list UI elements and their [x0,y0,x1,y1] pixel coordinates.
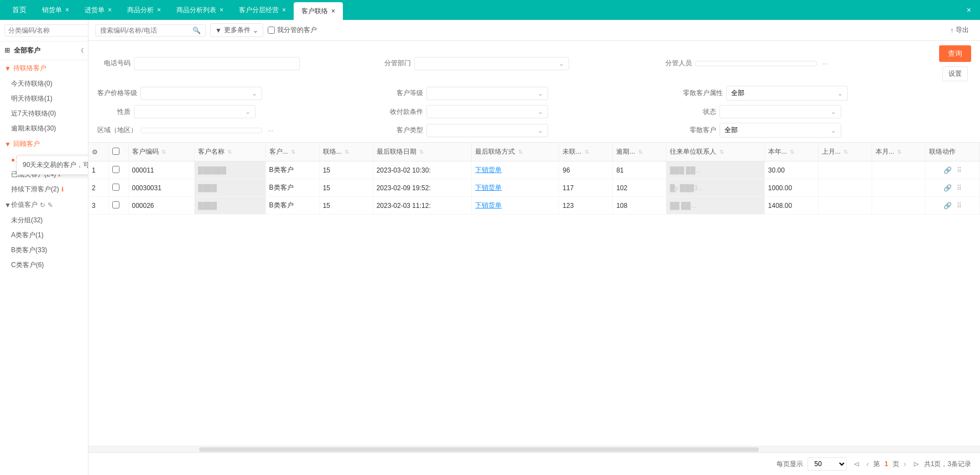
row-checkbox-0[interactable] [112,166,119,173]
retail-select[interactable]: 全部 ⌄ [720,123,841,138]
row-action-0[interactable]: 🔗 ⠿ [925,161,979,179]
sidebar-collapse-icon[interactable]: 《 [78,47,84,55]
first-page-btn[interactable]: ⊲ [851,458,862,469]
action-link-icon-1[interactable]: 🔗 [943,184,952,192]
customer-type-select[interactable]: ⌄ [426,124,548,137]
sort-tmonth-icon[interactable]: ⇅ [897,149,901,155]
sidebar-search-input[interactable] [4,24,88,36]
sort-overdue-icon[interactable]: ⇅ [638,149,643,155]
row-check-0 [108,161,128,179]
th-last-date: 最后联络日期 ⇅ [373,143,472,161]
close-tab-2-icon[interactable]: × [108,6,112,14]
table-row: 2 00030031 ████ B类客户 15 2023-02-09 19:52… [88,179,980,197]
sort-type-icon[interactable]: ⇅ [291,149,295,155]
filter-payment: 收付款条件 ⌄ [390,105,678,118]
filter-region: 区域（地区） ··· [97,126,385,135]
sort-unit-icon[interactable]: ⇅ [720,149,724,155]
nav-tab-3[interactable]: 商品分析 × [119,0,169,20]
next-page-btn[interactable]: › [901,458,909,469]
refresh-icon[interactable]: ↻ [40,201,45,209]
settings-button[interactable]: 设置 [942,66,968,81]
row-annual-1: 1000.00 [764,179,818,197]
edit-icon[interactable]: ✎ [48,201,53,209]
nav-tab-6[interactable]: 客户联络 × [294,2,343,20]
search-submit-icon[interactable]: 🔍 [192,27,201,34]
sidebar-item-7days[interactable]: 近7天待联络(0) [0,106,88,121]
close-tab-5-icon[interactable]: × [282,6,286,14]
nature-select[interactable]: ⌄ [134,105,256,118]
close-tab-3-icon[interactable]: × [157,6,161,14]
row-action-2[interactable]: 🔗 ⠿ [925,197,979,215]
row-num-1: 2 [88,179,108,197]
action-link-icon-2[interactable]: 🔗 [943,202,952,210]
sidebar-item-c-class[interactable]: C类客户(6) [0,258,88,273]
my-customers-checkbox[interactable] [268,27,275,34]
row-checkbox-2[interactable] [112,201,119,208]
sidebar-item-declining[interactable]: 持续下滑客户(2) ℹ [0,182,88,197]
close-tab-4-icon[interactable]: × [220,6,223,14]
export-btn[interactable]: ↑ 导出 [946,24,973,36]
action-link-icon-0[interactable]: 🔗 [943,166,952,174]
sort-lmonth-icon[interactable]: ⇅ [843,149,848,155]
sidebar-section-value[interactable]: ▼ 价值客户 ↻ ✎ [0,197,88,213]
sidebar-section-pending[interactable]: ▼ 待联络客户 [0,60,88,76]
sidebar-item-today[interactable]: 今天待联络(0) [0,76,88,91]
nav-home[interactable]: 首页 [4,5,34,15]
sidebar-item-ungroup[interactable]: 未分组(32) [0,213,88,228]
sort-contact-icon[interactable]: ⇅ [345,149,349,155]
sort-unlinked-icon[interactable]: ⇅ [585,149,589,155]
price-grade-select[interactable]: ⌄ [140,87,262,100]
sort-date-icon[interactable]: ⇅ [419,149,424,155]
action-menu-icon-2[interactable]: ⠿ [957,202,962,210]
manager-more-btn[interactable]: ··· [820,60,830,67]
row-last-method-0[interactable]: 下销货单 [472,161,559,179]
dept-select[interactable]: ⌄ [414,57,569,70]
sort-method-icon[interactable]: ⇅ [518,149,523,155]
pagination-nav: ⊲ ‹ 第 1 页 › ⊳ 共1页，3条记录 [851,458,971,469]
sidebar-item-tomorrow[interactable]: 明天待联络(1) [0,91,88,106]
action-menu-icon-0[interactable]: ⠿ [957,166,962,174]
prev-page-btn[interactable]: ‹ [864,458,872,469]
region-more-btn[interactable]: ··· [265,127,275,134]
row-checkbox-1[interactable] [112,184,119,191]
status-select[interactable]: ⌄ [720,105,841,118]
query-button[interactable]: 查询 [939,45,971,62]
my-customers-filter[interactable]: 我分管的客户 [268,25,317,35]
nav-tab-1[interactable]: 销货单 × [34,0,77,20]
manager-select[interactable] [695,61,817,66]
sidebar-section-review[interactable]: ▼ 回顾客户 [0,136,88,152]
close-tab-6-icon[interactable]: × [331,7,335,15]
sidebar-item-a-class[interactable]: A类客户(1) [0,228,88,243]
row-last-method-2[interactable]: 下销货单 [472,197,559,215]
sidebar-item-overdue[interactable]: 逾期未联络(30) [0,121,88,136]
page-size-select[interactable]: 50 100 [807,457,847,471]
last-page-btn[interactable]: ⊳ [911,458,922,469]
row-num-0: 1 [88,161,108,179]
payment-select[interactable]: ⌄ [426,105,548,118]
sidebar-all-customers[interactable]: ⊞ 全部客户 《 [0,41,88,60]
row-action-1[interactable]: 🔗 ⠿ [925,179,979,197]
retail-attr-arrow: ⌄ [837,90,843,97]
nav-tab-4[interactable]: 商品分析列表 × [169,0,231,20]
action-menu-icon-1[interactable]: ⠿ [957,184,962,192]
nav-tab-5[interactable]: 客户分层经营 × [231,0,294,20]
phone-input[interactable] [134,57,300,70]
col-settings-icon[interactable]: ⚙ [92,148,98,156]
region-select[interactable] [140,128,262,133]
select-all-checkbox[interactable] [112,148,119,155]
close-tab-1-icon[interactable]: × [65,6,69,14]
filter-more-btn[interactable]: ▼ 更多条件 ⌄ [210,23,263,37]
horizontal-scrollbar[interactable] [199,447,759,452]
row-unlinked-0: 96 [559,161,613,179]
nav-tab-2[interactable]: 进货单 × [77,0,119,20]
row-last-method-1[interactable]: 下销货单 [472,179,559,197]
search-input[interactable] [100,27,192,34]
sidebar-item-b-class[interactable]: B类客户(33) [0,243,88,258]
row-code-2: 000026 [128,197,195,215]
retail-attr-select[interactable]: 全部 ⌄ [726,86,848,101]
sort-annual-icon[interactable]: ⇅ [790,149,794,155]
sort-name-icon[interactable]: ⇅ [227,149,232,155]
close-all-tabs[interactable]: × [962,6,976,14]
customer-grade-select[interactable]: ⌄ [426,87,548,100]
sort-code-icon[interactable]: ⇅ [161,149,166,155]
